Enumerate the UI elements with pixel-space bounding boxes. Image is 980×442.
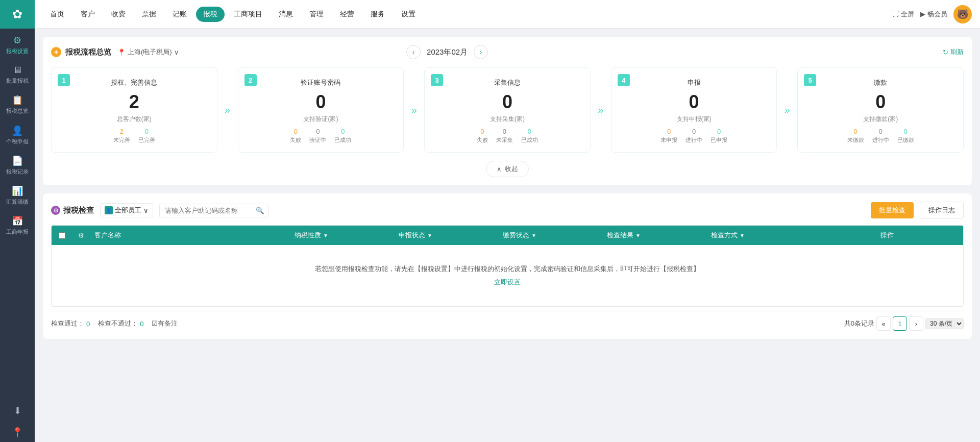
step-card-5: 5 缴款 0 支持缴款(家) 0 未缴款 0 进行中: [797, 67, 964, 153]
th-operation: 操作: [811, 226, 963, 245]
step-stat-incomplete[interactable]: 2 未完善: [113, 128, 130, 144]
setup-link[interactable]: 立即设置: [494, 276, 521, 289]
footer-pass[interactable]: 检查通过： 0: [51, 319, 90, 328]
step-stat-unpaid[interactable]: 0 未缴款: [847, 128, 864, 144]
sidebar-item-tax-overview[interactable]: 📋 报税总览: [0, 88, 35, 118]
user-avatar[interactable]: 🐻: [953, 5, 972, 23]
nav-accounting[interactable]: 记账: [165, 7, 194, 22]
sidebar-item-tax-settings[interactable]: ⚙ 报税设置: [0, 29, 35, 59]
content-area: + 报税流程总览 📍 上海(电子税局) ∨ ‹ 2023年02月 › ↻ 刷新: [35, 29, 980, 442]
step-stats-5: 0 未缴款 0 进行中 0 已缴款: [806, 128, 955, 144]
check-title: ⊙ 报税检查: [51, 206, 94, 215]
sidebar-item-location[interactable]: 📍: [0, 421, 35, 442]
page-size-select[interactable]: 30 条/页: [925, 318, 964, 329]
sidebar-item-personal-filing[interactable]: 👤 个税申报: [0, 119, 35, 149]
th-check-result[interactable]: 检查结果 ▼: [603, 226, 707, 245]
footer-note: ☑有备注: [152, 319, 178, 328]
nav-home[interactable]: 首页: [43, 7, 71, 22]
th-check-method[interactable]: 检查方式 ▼: [707, 226, 811, 245]
step-stat-complete[interactable]: 0 已完善: [138, 128, 155, 144]
th-checkbox[interactable]: [52, 227, 72, 244]
step-stats-2: 0 失败 0 验证中 0 已成功: [247, 128, 396, 144]
step-count-3: 0: [433, 91, 582, 113]
nav-billing[interactable]: 收费: [104, 7, 133, 22]
arrow-3: »: [591, 67, 611, 153]
employee-icon: 👤: [105, 206, 113, 214]
refresh-icon: ↻: [943, 48, 948, 56]
step-stat-in-progress[interactable]: 0 进行中: [685, 128, 702, 144]
th-gear[interactable]: ⚙: [72, 227, 90, 244]
sidebar-item-annual-report[interactable]: 📅 工商年报: [0, 209, 35, 239]
step-stat-collected[interactable]: 0 已成功: [521, 128, 538, 144]
step-subtitle-1: 总客户数(家): [60, 115, 209, 124]
step-stat-collect-fail[interactable]: 0 失败: [477, 128, 488, 144]
th-payment-status[interactable]: 缴费状态 ▼: [499, 226, 603, 245]
overview-header: + 报税流程总览 📍 上海(电子税局) ∨ ‹ 2023年02月 › ↻ 刷新: [51, 45, 964, 59]
step-stat-uncollected[interactable]: 0 未采集: [496, 128, 513, 144]
fullscreen-icon: ⛶: [892, 10, 899, 18]
collapse-button[interactable]: ∧ 收起: [486, 161, 529, 177]
nav-business[interactable]: 工商项目: [227, 7, 270, 22]
step-stat-verifying[interactable]: 0 验证中: [309, 128, 326, 144]
search-input[interactable]: [160, 204, 252, 217]
step-count-4: 0: [620, 91, 769, 113]
sidebar-item-batch-tax[interactable]: 🖥 批量报税: [0, 59, 35, 88]
op-log-button[interactable]: 操作日志: [920, 202, 964, 219]
refresh-button[interactable]: ↻ 刷新: [943, 47, 964, 57]
check-circle-icon: ⊙: [51, 206, 60, 215]
app-logo: ✿: [0, 0, 35, 29]
sidebar-item-label: 个税申报: [6, 138, 29, 145]
nav-items: 首页 客户 收费 票据 记账 报税 工商项目 消息 管理 经营 服务 设置: [43, 7, 892, 22]
sidebar-item-label: 报税总览: [6, 108, 29, 114]
step-count-1: 2: [60, 91, 209, 113]
step-stat-paying[interactable]: 0 进行中: [872, 128, 889, 144]
th-filing-status[interactable]: 申报状态 ▼: [395, 226, 499, 245]
step-subtitle-2: 支持验证(家): [247, 115, 396, 124]
sidebar-item-tax-records[interactable]: 📄 报税记录: [0, 149, 35, 179]
step-number-3: 3: [431, 74, 443, 86]
step-stat-unfiled[interactable]: 0 未申报: [660, 128, 677, 144]
collapse-icon: ∧: [497, 165, 502, 173]
step-stat-fail[interactable]: 0 失败: [290, 128, 301, 144]
fullscreen-button[interactable]: ⛶ 全屏: [892, 10, 914, 19]
employee-selector[interactable]: 👤 全部员工 ∨: [100, 203, 153, 217]
nav-service[interactable]: 服务: [363, 7, 392, 22]
step-stat-verified[interactable]: 0 已成功: [334, 128, 351, 144]
filter-icon: ▼: [740, 233, 745, 238]
batch-check-button[interactable]: 批量检查: [871, 202, 914, 218]
next-month-button[interactable]: ›: [474, 45, 488, 59]
sidebar-item-settlement[interactable]: 📊 汇算清缴: [0, 179, 35, 209]
nav-customer[interactable]: 客户: [74, 7, 102, 22]
step-stat-filed[interactable]: 0 已申报: [710, 128, 727, 144]
search-button[interactable]: 🔍: [252, 204, 268, 217]
nav-admin[interactable]: 管理: [302, 7, 331, 22]
sidebar-item-label: 报税记录: [6, 168, 29, 175]
sidebar-item-download[interactable]: ⬇: [0, 399, 35, 421]
step-stats-1: 2 未完善 0 已完善: [60, 128, 209, 144]
location-selector[interactable]: 📍 上海(电子税局) ∨: [117, 47, 179, 57]
member-button[interactable]: ▶ 畅会员: [920, 10, 947, 19]
top-nav: 首页 客户 收费 票据 记账 报税 工商项目 消息 管理 经营 服务 设置 ⛶ …: [35, 0, 980, 29]
location-icon: 📍: [12, 427, 23, 438]
tax-check-panel: ⊙ 报税检查 👤 全部员工 ∨ 🔍 批量检查 操作日志: [43, 193, 972, 339]
arrow-4: »: [777, 67, 797, 153]
nav-settings[interactable]: 设置: [394, 7, 423, 22]
step-title-3: 采集信息: [433, 78, 582, 87]
step-number-4: 4: [618, 74, 630, 86]
th-customer-name: 客户名称: [90, 226, 290, 245]
next-page-button[interactable]: ›: [909, 316, 923, 331]
th-tax-nature[interactable]: 纳税性质 ▼: [290, 226, 395, 245]
nav-operations[interactable]: 经营: [333, 7, 361, 22]
select-all-checkbox[interactable]: [59, 232, 65, 239]
step-stat-paid[interactable]: 0 已缴款: [897, 128, 914, 144]
prev-month-button[interactable]: ‹: [406, 45, 421, 59]
footer-fail[interactable]: 检查不通过： 0: [98, 319, 143, 328]
nav-invoice[interactable]: 票据: [135, 7, 163, 22]
step-card-3: 3 采集信息 0 支持采集(家) 0 失败 0 未采集: [424, 67, 591, 153]
first-page-button[interactable]: «: [876, 316, 891, 331]
nav-tax[interactable]: 报税: [196, 7, 225, 22]
step-subtitle-3: 支持采集(家): [433, 115, 582, 124]
step-title-5: 缴款: [806, 78, 955, 87]
nav-message[interactable]: 消息: [272, 7, 300, 22]
nav-right: ⛶ 全屏 ▶ 畅会员 🐻: [892, 5, 972, 23]
